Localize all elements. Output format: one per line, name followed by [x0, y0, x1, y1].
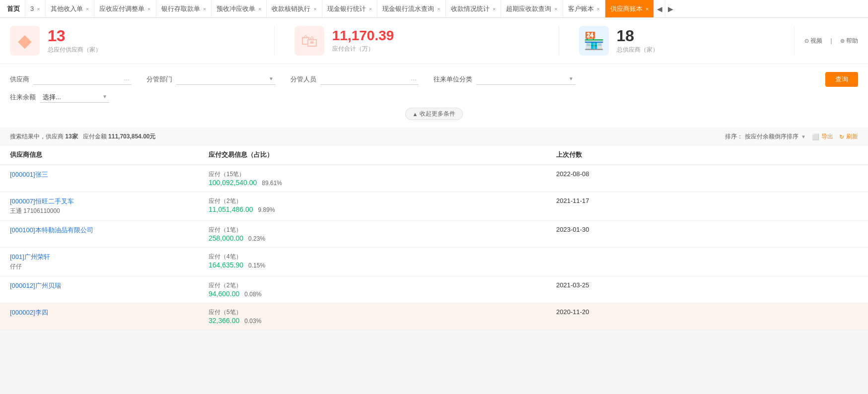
diamond-icon: ◆	[18, 30, 32, 51]
sort-label: 排序： 按应付余额倒序排序 ▼	[725, 132, 806, 141]
nav-tab-receipt-verify[interactable]: 收款核销执行 ×	[267, 0, 322, 18]
balance-filter-label: 往来余额	[10, 93, 36, 102]
tx-row-4: 94,600.00 0.08%	[209, 290, 536, 298]
nav-tab-bank-deposit-close[interactable]: ×	[203, 6, 206, 12]
col-header-tx: 应付交易信息（占比）	[199, 145, 546, 165]
nav-tab-supplier-ledger[interactable]: 供应商账本 ×	[605, 0, 654, 18]
nav-tab-bank-deposit[interactable]: 银行存取款单 ×	[156, 0, 212, 18]
supplier-link-4[interactable]: [000012]广州贝瑞	[10, 282, 61, 289]
tx-amount-5[interactable]: 32,366.00	[209, 317, 239, 325]
tx-amount-3[interactable]: 164,635.90	[209, 261, 243, 269]
supplier-link-3[interactable]: [001]广州荣轩	[10, 253, 50, 261]
sort-value[interactable]: 按应付余额倒序排序	[745, 133, 798, 140]
person-input[interactable]	[320, 74, 419, 84]
tx-percent-0: 89.61%	[262, 180, 282, 187]
dept-select[interactable]	[176, 74, 276, 85]
tx-percent-4: 0.08%	[244, 291, 261, 298]
nav-tab-3-close[interactable]: ×	[37, 6, 40, 12]
nav-tab-bank-deposit-label: 银行存取款单	[161, 4, 200, 13]
nav-tab-receipt-stat-close[interactable]: ×	[493, 6, 496, 12]
supplier-input-wrap: ···	[33, 74, 132, 85]
person-filter-label: 分管人员	[290, 75, 316, 84]
nav-tab-ar-ap-adjust[interactable]: 应收应付调整单 ×	[94, 0, 156, 18]
nav-tab-customer-ledger-close[interactable]: ×	[597, 6, 600, 12]
nav-tab-overdue-ar[interactable]: 超期应收款查询 ×	[501, 0, 563, 18]
main-content: ◆ 13 总应付供应商（家） 🛍 11,170.39 应付合计（万） 🏪 18	[0, 18, 868, 330]
nav-tab-overdue-ar-close[interactable]: ×	[554, 6, 557, 12]
tx-percent-2: 0.23%	[248, 235, 265, 242]
export-label: 导出	[821, 132, 833, 141]
filter-supplier: 供应商 ···	[10, 74, 132, 85]
supplier-link-0[interactable]: [000001]张三	[10, 171, 48, 178]
lastpay-cell-5: 2020-11-20	[546, 303, 868, 330]
nav-tab-receipt-verify-label: 收款核销执行	[272, 4, 310, 13]
table-row: [000100]本特勒油品有限公司 应付（1笔） 258,000.00 0.23…	[0, 221, 868, 248]
stat-label-total-suppliers: 总供应商（家）	[617, 46, 658, 54]
supplier-link-2[interactable]: [000100]本特勒油品有限公司	[10, 226, 93, 234]
nav-tab-cash-flow-label: 现金银行流水查询	[382, 4, 434, 13]
video-label: 视频	[810, 37, 822, 45]
nav-prev-arrow[interactable]: ◀	[654, 0, 665, 18]
supplier-link-1[interactable]: [000007]恒旺二手叉车	[10, 197, 74, 205]
nav-tab-other-income[interactable]: 其他收入单 ×	[46, 0, 94, 18]
stat-text-2: 11,170.39 应付合计（万）	[332, 29, 394, 53]
nav-tab-receipt-stat[interactable]: 收款情况统计 ×	[446, 0, 501, 18]
supplier-name-3: [001]广州荣轩	[10, 253, 189, 262]
tx-cell-2: 应付（1笔） 258,000.00 0.23%	[199, 221, 546, 248]
person-dots-icon[interactable]: ···	[411, 75, 417, 83]
nav-tab-prepay-ar-label: 预收冲应收单	[217, 4, 255, 13]
nav-next-arrow[interactable]: ▶	[665, 0, 676, 18]
export-button[interactable]: ⬜ 导出	[812, 132, 833, 141]
filter-row-2: 往来余额 选择...	[10, 92, 858, 103]
chevron-up-icon: ▲	[413, 111, 418, 117]
query-button[interactable]: 查询	[825, 72, 858, 87]
category-select[interactable]	[476, 74, 576, 85]
tx-amount-4[interactable]: 94,600.00	[209, 290, 239, 298]
tx-amount-0[interactable]: 100,092,540.00	[209, 179, 257, 187]
result-supplier-count-label: 搜索结果中，供应商	[10, 133, 64, 140]
result-info: 搜索结果中，供应商 13家 应付金额 111,703,854.00元	[10, 132, 155, 141]
circle-question-icon: ⊚	[840, 38, 845, 44]
supplier-dots-icon[interactable]: ···	[124, 75, 130, 83]
tx-label-4: 应付（2笔）	[209, 281, 536, 290]
video-link[interactable]: ⊙ 视频	[804, 37, 822, 45]
supplier-input[interactable]	[33, 74, 132, 84]
refresh-button[interactable]: ↻ 刷新	[839, 132, 858, 141]
balance-select[interactable]: 选择...	[40, 92, 109, 103]
supplier-cell-5: [000002]李四	[0, 303, 199, 330]
nav-tab-cash-flow-close[interactable]: ×	[437, 6, 440, 12]
stat-icon-2: 🛍	[294, 26, 324, 56]
stat-text-3: 18 总供应商（家）	[617, 28, 658, 54]
result-supplier-count: 13家	[65, 133, 77, 140]
tx-row-1: 11,051,486.00 9.89%	[209, 205, 536, 213]
tx-amount-2[interactable]: 258,000.00	[209, 234, 243, 242]
category-filter-label: 往来单位分类	[434, 75, 472, 84]
nav-tab-cash-flow[interactable]: 现金银行流水查询 ×	[377, 0, 445, 18]
help-link[interactable]: ⊚ 帮助	[840, 37, 858, 45]
nav-tab-prepay-ar-close[interactable]: ×	[258, 6, 261, 12]
nav-tab-cash-stat-close[interactable]: ×	[369, 6, 372, 12]
filter-person: 分管人员 ···	[290, 74, 419, 85]
nav-tab-supplier-ledger-close[interactable]: ×	[646, 6, 649, 12]
supplier-link-5[interactable]: [000002]李四	[10, 309, 48, 316]
nav-tab-receipt-verify-close[interactable]: ×	[313, 6, 316, 12]
nav-tab-customer-ledger[interactable]: 客户账本 ×	[563, 0, 605, 18]
sort-text-label: 排序：	[725, 133, 743, 140]
nav-tab-3[interactable]: 3 ×	[25, 0, 46, 18]
top-links: ⊙ 视频 ｜ ⊚ 帮助	[795, 26, 858, 56]
collapse-button[interactable]: ▲ 收起更多条件	[405, 108, 463, 120]
nav-tab-ar-ap-adjust-close[interactable]: ×	[147, 6, 150, 12]
nav-tab-prepay-ar[interactable]: 预收冲应收单 ×	[212, 0, 267, 18]
nav-tab-cash-stat[interactable]: 现金银行统计 ×	[322, 0, 377, 18]
col-header-lastpay-label: 上次付数	[556, 151, 582, 158]
tx-cell-1: 应付（2笔） 11,051,486.00 9.89%	[199, 192, 546, 221]
nav-tab-home[interactable]: 首页	[2, 0, 25, 18]
result-bar: 搜索结果中，供应商 13家 应付金额 111,703,854.00元 排序： 按…	[0, 129, 868, 145]
nav-tab-other-income-close[interactable]: ×	[86, 6, 89, 12]
tx-amount-1[interactable]: 11,051,486.00	[209, 205, 253, 213]
nav-tab-customer-ledger-label: 客户账本	[568, 4, 594, 13]
tx-label-2: 应付（1笔）	[209, 226, 536, 234]
filter-dept: 分管部门	[146, 74, 276, 85]
tx-label-5: 应付（5笔）	[209, 308, 536, 317]
stat-label-total-payable: 应付合计（万）	[332, 45, 394, 53]
